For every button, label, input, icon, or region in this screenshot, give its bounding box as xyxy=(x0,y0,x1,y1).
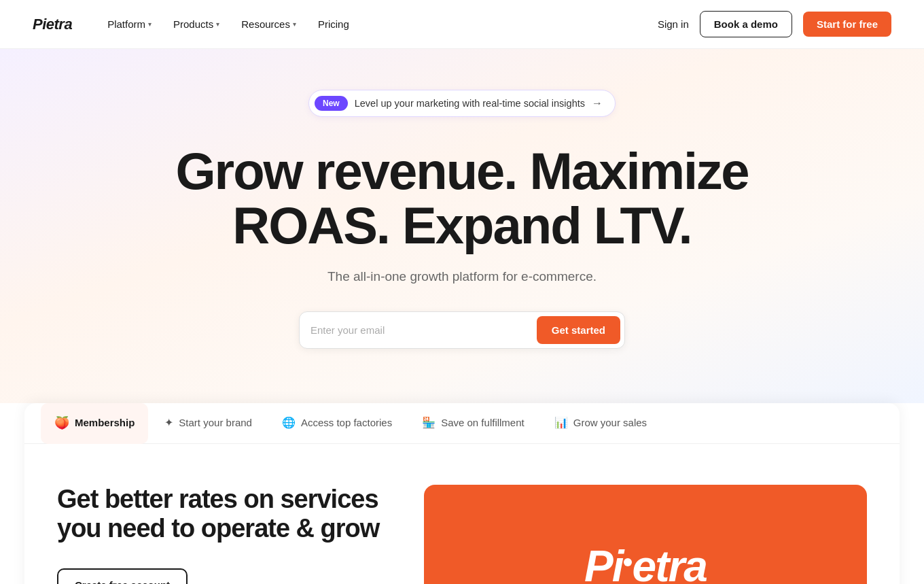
tab-factories[interactable]: 🌐 Access top factories xyxy=(268,404,406,443)
sign-in-link[interactable]: Sign in xyxy=(658,18,689,30)
tab-sales-label: Grow your sales xyxy=(573,417,647,428)
tab-fulfillment[interactable]: 🏪 Save on fulfillment xyxy=(408,404,538,443)
hero-subtitle: The all-in-one growth platform for e-com… xyxy=(33,269,891,284)
email-form: Get started xyxy=(299,311,625,349)
content-left: Get better rates on services you need to… xyxy=(57,485,383,584)
hero-headline: Grow revenue. Maximize ROAS. Expand LTV. xyxy=(156,144,768,253)
nav-pricing[interactable]: Pricing xyxy=(310,13,357,35)
tab-membership[interactable]: 🍑 Membership xyxy=(41,403,148,444)
email-input[interactable] xyxy=(310,324,537,336)
store-icon: 🏪 xyxy=(422,416,436,429)
membership-icon: 🍑 xyxy=(54,415,69,430)
tab-start-brand-label: Start your brand xyxy=(179,417,252,428)
tabs-section: 🍑 Membership ✦ Start your brand 🌐 Access… xyxy=(24,403,900,584)
tabs-bar: 🍑 Membership ✦ Start your brand 🌐 Access… xyxy=(24,403,900,444)
logo-dot xyxy=(624,558,632,566)
tab-membership-label: Membership xyxy=(75,417,135,428)
pietra-card-logo: Pietra xyxy=(584,541,707,584)
start-free-button[interactable]: Start for free xyxy=(803,12,891,37)
nav-products[interactable]: Products ▾ xyxy=(165,13,228,35)
hero-section: New Level up your marketing with real-ti… xyxy=(0,49,924,403)
globe-icon: 🌐 xyxy=(282,416,296,429)
content-heading: Get better rates on services you need to… xyxy=(57,485,383,544)
nav-actions: Sign in Book a demo Start for free xyxy=(658,11,891,37)
create-account-button[interactable]: Create free account xyxy=(57,568,188,584)
sparkle-icon: ✦ xyxy=(164,416,173,429)
book-demo-button[interactable]: Book a demo xyxy=(700,11,792,37)
chart-icon: 📊 xyxy=(554,416,568,429)
nav-platform[interactable]: Platform ▾ xyxy=(99,13,160,35)
chevron-down-icon: ▾ xyxy=(293,20,296,28)
get-started-button[interactable]: Get started xyxy=(537,316,620,344)
nav-links: Platform ▾ Products ▾ Resources ▾ Pricin… xyxy=(99,13,658,35)
arrow-icon: → xyxy=(592,97,603,109)
tab-fulfillment-label: Save on fulfillment xyxy=(441,417,525,428)
tab-factories-label: Access top factories xyxy=(301,417,392,428)
tab-sales[interactable]: 📊 Grow your sales xyxy=(541,404,660,443)
tab-content: Get better rates on services you need to… xyxy=(24,444,900,584)
chevron-down-icon: ▾ xyxy=(216,20,219,28)
badge-pill: New xyxy=(315,96,348,111)
badge-text: Level up your marketing with real-time s… xyxy=(355,98,585,109)
navbar: Pietra Platform ▾ Products ▾ Resources ▾… xyxy=(0,0,924,49)
hero-badge[interactable]: New Level up your marketing with real-ti… xyxy=(308,90,616,117)
site-logo[interactable]: Pietra xyxy=(33,16,72,33)
nav-resources[interactable]: Resources ▾ xyxy=(233,13,304,35)
chevron-down-icon: ▾ xyxy=(148,20,152,28)
tab-start-brand[interactable]: ✦ Start your brand xyxy=(151,404,266,443)
content-card: Pietra Move faster, save money, and buil… xyxy=(424,485,867,584)
